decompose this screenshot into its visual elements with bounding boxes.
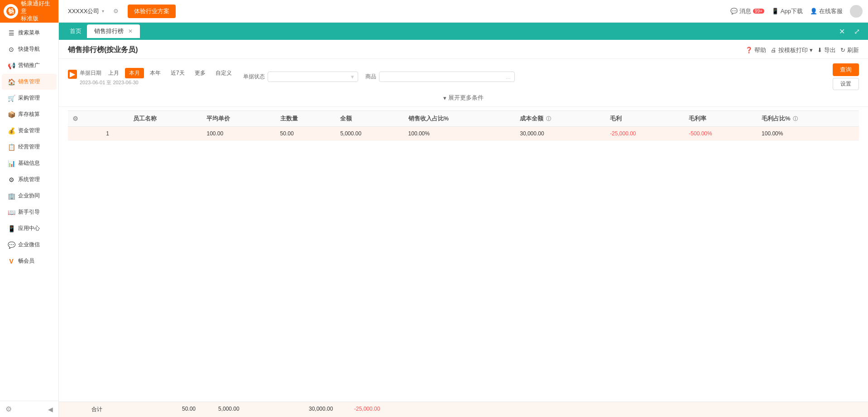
export-label: 导出	[824, 46, 836, 54]
page-header: 销售排行榜(按业务员) ❓ 帮助 🖨 按模板打印 ▾ ⬇ 导出 ↻ 刷新	[59, 40, 868, 59]
header-right: 💬 消息 99+ 📱 App下载 👤 在线客服	[730, 5, 863, 18]
sidebar-item-purchase[interactable]: 🛒 采购管理	[2, 90, 57, 106]
sidebar-item-wechat[interactable]: 💬 企业微信	[2, 237, 57, 253]
tab-close-window-icon[interactable]: ✕	[836, 26, 848, 37]
sidebar-item-operations[interactable]: 📋 经营管理	[2, 139, 57, 155]
date-range-display: 2023-06-01 至 2023-06-30	[80, 79, 236, 86]
sidebar-settings-icon[interactable]: ⚙	[5, 405, 12, 413]
date-tabs: 上月 本月 本年 近7天 更多 自定义	[104, 68, 236, 78]
tab-home[interactable]: 首页	[64, 24, 87, 38]
footer-total-label: 合计	[91, 406, 146, 413]
table-row[interactable]: 1100.0050.005,000.00100.00%30,000.00-25,…	[68, 127, 859, 141]
sidebar-item-enterprise[interactable]: 🏢 企业协同	[2, 188, 57, 204]
col-settings: ⚙	[68, 111, 101, 127]
export-icon: ⬇	[817, 47, 822, 53]
logo-icon: 畅	[4, 4, 18, 19]
message-button[interactable]: 💬 消息 99+	[730, 7, 764, 15]
help-button[interactable]: ❓ 帮助	[745, 46, 766, 54]
expand-row: ▾ 展开更多条件	[68, 94, 859, 102]
expand-label: 展开更多条件	[448, 94, 484, 102]
online-service-button[interactable]: 👤 在线客服	[810, 7, 843, 15]
app-download-button[interactable]: 📱 App下载	[772, 7, 803, 15]
main-area: XXXXX公司 ▾ ⚙ 体验行业方案 💬 消息 99+ 📱 App下载 👤 在线…	[59, 0, 868, 417]
sidebar-item-basicinfo[interactable]: 📊 基础信息	[2, 155, 57, 171]
status-filter-group: 单据状态 ▾	[243, 72, 358, 82]
print-icon: 🖨	[771, 47, 777, 53]
sidebar-item-vip[interactable]: V 畅会员	[2, 253, 57, 269]
refresh-button[interactable]: ↻ 刷新	[840, 46, 859, 54]
avatar[interactable]	[850, 5, 863, 18]
appcenter-icon: 📱	[7, 225, 15, 232]
company-selector[interactable]: XXXXX公司 ▾	[64, 5, 108, 17]
gear-icon[interactable]: ⚙	[110, 5, 122, 18]
sidebar-item-search-label: 搜索菜单	[18, 29, 40, 37]
guide-icon: 📖	[7, 209, 15, 216]
query-button[interactable]: 查询	[833, 63, 859, 76]
sidebar-item-basicinfo-label: 基础信息	[18, 159, 40, 167]
company-name: XXXXX公司	[68, 7, 99, 15]
goods-input[interactable]: ...	[379, 72, 515, 82]
finance-icon: 💰	[7, 127, 15, 134]
status-select[interactable]: ▾	[268, 72, 358, 82]
col-rank	[101, 111, 129, 127]
download-icon: 📱	[772, 8, 779, 14]
date-tab-7days[interactable]: 近7天	[167, 68, 189, 78]
export-button[interactable]: ⬇ 导出	[817, 46, 836, 54]
sidebar-item-search[interactable]: ☰ 搜索菜单	[2, 25, 57, 41]
print-chevron-icon: ▾	[810, 47, 813, 53]
message-badge: 99+	[753, 9, 764, 14]
sidebar-item-marketing[interactable]: 📢 营销推广	[2, 58, 57, 73]
sidebar-item-appcenter[interactable]: 📱 应用中心	[2, 220, 57, 236]
date-tab-more[interactable]: 更多	[191, 68, 210, 78]
footer-amount: 5,000.00	[218, 406, 264, 413]
tab-close-icon[interactable]: ✕	[128, 28, 133, 34]
cost-help-icon[interactable]: ⓘ	[546, 116, 551, 121]
filter-arrow-icon[interactable]: ▶	[68, 70, 77, 79]
date-tab-custom[interactable]: 自定义	[211, 68, 236, 78]
sidebar-logo: 畅 畅康通好生意 标准版	[0, 0, 58, 23]
sidebar-collapse-icon[interactable]: ◀	[48, 406, 53, 413]
date-tab-this-month[interactable]: 本月	[125, 68, 144, 78]
footer-main-qty: 50.00	[182, 406, 218, 413]
sidebar-item-system[interactable]: ⚙ 系统管理	[2, 172, 57, 187]
filter-row-1: ▶ 单据日期 上月 本月 本年 近7天 更多 自定义	[68, 63, 859, 90]
gross-pct-help-icon[interactable]: ⓘ	[793, 116, 798, 121]
sidebar-footer: ⚙ ◀	[0, 401, 58, 417]
page-actions: ❓ 帮助 🖨 按模板打印 ▾ ⬇ 导出 ↻ 刷新	[745, 46, 859, 54]
table-settings-icon[interactable]: ⚙	[72, 115, 78, 122]
sidebar-item-vip-label: 畅会员	[18, 257, 34, 265]
footer-cells: 合计 50.00 5,000.00 30,000.00 -25,000.00	[68, 406, 859, 413]
date-tab-this-year[interactable]: 本年	[146, 68, 165, 78]
sidebar-item-sales[interactable]: 🏠 销售管理	[2, 74, 57, 90]
sidebar-item-quicknav[interactable]: ⊙ 快捷导航	[2, 41, 57, 57]
sidebar-item-marketing-label: 营销推广	[18, 62, 40, 69]
service-icon: 👤	[810, 8, 817, 14]
message-label: 消息	[739, 7, 751, 15]
goods-filter-label: 商品	[365, 73, 376, 81]
status-filter-label: 单据状态	[243, 73, 265, 81]
col-gross-rate: 毛利率	[684, 111, 757, 127]
expand-conditions-button[interactable]: ▾ 展开更多条件	[443, 94, 484, 102]
page-title: 销售排行榜(按业务员)	[68, 45, 138, 55]
table-area: ⚙ 员工名称 平均单价 主数量 全额 销售收入占比% 成本全额 ⓘ 毛利 毛利率	[59, 107, 868, 402]
goods-filter-group: 商品 ...	[365, 72, 515, 82]
date-tab-last-month[interactable]: 上月	[104, 68, 123, 78]
tab-sales-rank[interactable]: 销售排行榜 ✕	[87, 24, 140, 38]
print-button[interactable]: 🖨 按模板打印 ▾	[771, 46, 813, 54]
sidebar-item-inventory[interactable]: 📦 库存核算	[2, 106, 57, 122]
filter-area: ▶ 单据日期 上月 本月 本年 近7天 更多 自定义	[59, 59, 868, 107]
tab-expand-icon[interactable]: ⤢	[851, 26, 863, 37]
online-service-label: 在线客服	[819, 7, 843, 15]
data-table: ⚙ 员工名称 平均单价 主数量 全额 销售收入占比% 成本全额 ⓘ 毛利 毛利率	[68, 110, 859, 141]
sidebar-item-guide[interactable]: 📖 新手引导	[2, 204, 57, 220]
sidebar-nav: ☰ 搜索菜单 ⊙ 快捷导航 📢 营销推广 🏠 销售管理 🛒 采购管理 📦 库存核…	[0, 23, 58, 401]
try-industry-button[interactable]: 体验行业方案	[128, 5, 176, 18]
col-main-qty: 主数量	[276, 111, 336, 127]
sidebar-item-finance[interactable]: 💰 资金管理	[2, 123, 57, 139]
settings-button[interactable]: 设置	[833, 78, 859, 90]
tab-bar-right: ✕ ⤢	[836, 26, 863, 37]
footer-gross-pct	[445, 406, 490, 413]
sidebar-item-sales-label: 销售管理	[18, 78, 40, 86]
sidebar-item-system-label: 系统管理	[18, 176, 40, 183]
sidebar-item-wechat-label: 企业微信	[18, 241, 40, 249]
